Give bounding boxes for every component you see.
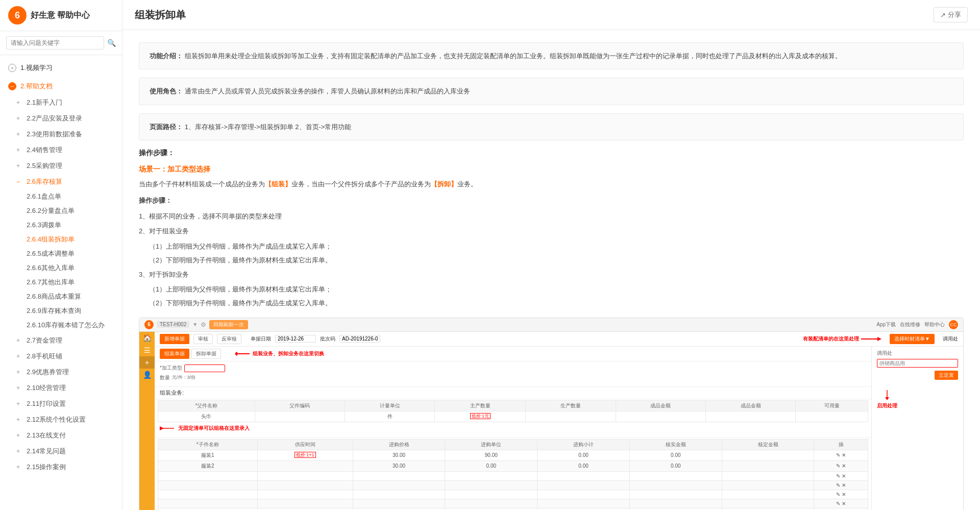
mock-audit-btn[interactable]: 审核: [193, 334, 213, 344]
function-intro-text: 组装拆卸单用来处理企业组装或拆卸等加工业务，支持有固定装配清单的产品加工业务，也…: [185, 52, 842, 60]
mock-refresh-button[interactable]: 同期刷新一次: [209, 320, 248, 329]
nav-item-label: 2.5采购管理: [27, 161, 62, 171]
mock-assemble-tab[interactable]: 组装单据: [160, 349, 189, 359]
sidebar-item-2-6-5[interactable]: 2.6.5成本调整单: [18, 247, 122, 261]
sidebar-header: 6 好生意 帮助中心: [0, 0, 122, 31]
mock-lrow-1-t5: 0.00: [629, 450, 722, 460]
mock-nav-home[interactable]: 🏠: [139, 332, 155, 344]
svg-marker-3: [235, 352, 237, 356]
sidebar-item-2-1[interactable]: + 2.1新手入门: [8, 95, 122, 110]
sidebar-item-2-6-7[interactable]: 2.6.7其他出库单: [18, 275, 122, 289]
mock-lth-0: *子件名称: [158, 439, 258, 450]
sidebar-item-2-6-3[interactable]: 2.6.3调拨单: [18, 218, 122, 232]
expand-icon-2.10: +: [16, 384, 23, 392]
sidebar-item-2-5[interactable]: + 2.5采购管理: [8, 158, 122, 174]
expand-icon-2.5: +: [16, 162, 23, 169]
page-title: 组装拆卸单: [135, 8, 186, 22]
sidebar-item-2-6[interactable]: − 2.6库存核算: [8, 174, 122, 189]
mock-left-content: 组装单据 拆卸单据 组装业务、拆卸业务在这里切换: [155, 347, 871, 510]
mock-upper-cell-name: 头巾: [158, 411, 255, 422]
mock-upper-table: *父件名称 父件编码 计量单位 主产数量 生产数量 成品金额 成品金额: [158, 400, 868, 422]
sidebar-item-2-14[interactable]: + 2.14常见问题: [8, 444, 122, 459]
sidebar-item-2-13[interactable]: + 2.13在线支付: [8, 428, 122, 443]
sidebar-item-2-11[interactable]: + 2.11打印设置: [8, 396, 122, 411]
mock-lth-7: 操: [814, 439, 868, 450]
svg-marker-7: [885, 397, 889, 400]
mock-lrow-2-t2: 30.00: [353, 460, 445, 471]
sidebar-item-2-6-1[interactable]: 2.6.1盘点单: [18, 189, 122, 204]
mock-type-input[interactable]: [184, 365, 225, 372]
sidebar-item-2-2[interactable]: + 2.2产品安装及登录: [8, 111, 122, 126]
mock-upper-cell-unit: 件: [345, 411, 435, 422]
sidebar-item-2-6-2[interactable]: 2.6.2分量盘点单: [18, 204, 122, 218]
mock-topbar-app: App下载: [876, 321, 896, 328]
expand-icon-2.12: +: [16, 416, 23, 423]
nav-sub-group-2.4: + 2.4销售管理: [8, 142, 122, 158]
sidebar-item-2-7[interactable]: + 2.7资金管理: [8, 333, 122, 348]
mock-batchno-input[interactable]: [339, 335, 380, 343]
sidebar-item-2-8[interactable]: + 2.8手机旺铺: [8, 349, 122, 364]
mock-logo: 6: [144, 320, 154, 329]
annotation-alert-text: 有装配清单的在这里处理: [803, 335, 859, 343]
nav-sub-group-2.11: + 2.11打印设置: [8, 396, 122, 411]
expand-icon-2.8: +: [16, 353, 23, 360]
sidebar-item-2-9[interactable]: + 2.9优惠券管理: [8, 365, 122, 380]
mock-lth-4: 进购小计: [537, 439, 630, 450]
expand-icon-2.6: −: [16, 178, 23, 185]
expand-icon-2.9: +: [16, 369, 23, 376]
sidebar-item-2-12[interactable]: + 2.12系统个性化设置: [8, 412, 122, 427]
sidebar-item-docs[interactable]: − 2.帮助文档: [0, 78, 122, 95]
sidebar-item-2-6-8[interactable]: 2.6.8商品成本重算: [18, 289, 122, 304]
mock-lth-3: 进购单位: [445, 439, 537, 450]
step-3-sub-2: （2）下部明细为子件明细，最终作为产成品生成某它入库单。: [149, 297, 964, 309]
sidebar-item-video[interactable]: + 1.视频学习: [0, 59, 122, 77]
expand-icon-2.1: +: [16, 99, 23, 106]
mock-right-input[interactable]: [877, 359, 958, 368]
mock-batchno-label: 批次码: [320, 335, 335, 343]
sidebar-item-2-10[interactable]: + 2.10经营管理: [8, 380, 122, 396]
mock-upper-section-label: 组装业务:: [160, 389, 184, 397]
step-2-subs: （1）上部明细为父件明细，最终作为产成品生成某它入库单； （2）下部明细为子件明…: [139, 240, 964, 266]
main-content: 功能介绍： 组装拆卸单用来处理企业组装或拆卸等加工业务，支持有固定装配清单的产品…: [122, 30, 980, 510]
mock-lower-row-7: ✎ ✕: [158, 508, 868, 510]
nav-group-2: − 2.帮助文档 + 2.1新手入门 + 2.2产品安装及登录: [0, 78, 122, 475]
ops-section: 操作步骤：: [139, 149, 964, 158]
nav-item-label: 2.9优惠券管理: [27, 368, 69, 377]
nav-sub-group-2.8: + 2.8手机旺铺: [8, 349, 122, 364]
mock-upper-section: 组装业务:: [155, 387, 871, 399]
role-label: 使用角色：: [150, 87, 183, 95]
main-area: 组装拆卸单 ↗ 分享 功能介绍： 组装拆卸单用来处理企业组装或拆卸等加工业务，支…: [122, 0, 980, 510]
sidebar-item-2-3[interactable]: + 2.3使用前数据准备: [8, 127, 122, 142]
scene1-title: 场景一：加工类型选择: [139, 165, 964, 174]
mock-nav-list[interactable]: ☰: [139, 344, 155, 356]
mock-toolbar: 新增单据 审核 反审核 单据日期 批次码 有装配清单的在这里处理: [155, 332, 963, 347]
sidebar-item-label: 1.视频学习: [20, 63, 53, 72]
sidebar-nav: + 1.视频学习 − 2.帮助文档 + 2.1新手入门: [0, 55, 122, 510]
mock-upper-cell-avail: [796, 411, 868, 422]
mock-right-confirm-btn[interactable]: 立定发: [935, 371, 958, 380]
mock-disassemble-tab[interactable]: 拆卸单据: [191, 349, 221, 359]
mock-lower-section: [155, 433, 871, 438]
mock-add-btn[interactable]: 新增单据: [160, 334, 189, 344]
sidebar-item-2-6-6[interactable]: 2.6.6其他入库单: [18, 261, 122, 275]
nav-sub-group-2.6: − 2.6库存核算 2.6.1盘点单 2.6.2分量盘点单 2.6.3调拨单 2…: [8, 174, 122, 332]
sidebar-item-2-15[interactable]: + 2.15操作案例: [8, 459, 122, 475]
mock-nav-user[interactable]: 👤: [139, 369, 155, 381]
share-button[interactable]: ↗ 分享: [934, 7, 968, 22]
sidebar-item-2-6-10[interactable]: 2.6.10库存账本错了怎么办: [18, 318, 122, 332]
mock-upper-row-1: 头巾 件 低价:1元: [158, 411, 868, 422]
search-input[interactable]: [6, 36, 104, 50]
search-button[interactable]: 🔍: [107, 39, 116, 47]
mock-find-btn[interactable]: 选择时材清单▼: [890, 334, 935, 344]
sidebar-item-2-6-9[interactable]: 2.6.9库存账本查询: [18, 304, 122, 318]
mock-nav-plus[interactable]: +: [139, 356, 155, 369]
mock-date-input[interactable]: [275, 335, 316, 343]
screenshot-container: 6 TEST-H002 ▼ ⚙ 同期刷新一次 App下载 在线维修 帮助中心 C…: [139, 318, 964, 510]
mock-count-label: 数量: [160, 374, 170, 381]
expand-icon-2.7: +: [16, 337, 23, 344]
sidebar-item-2-6-4[interactable]: 2.6.4组装拆卸单: [18, 232, 122, 247]
mock-reverse-btn[interactable]: 反审核: [217, 334, 241, 344]
sidebar-item-2-4[interactable]: + 2.4销售管理: [8, 142, 122, 158]
ops-title: 操作步骤：: [139, 149, 964, 158]
annotation-right-text: 启用处理: [877, 402, 897, 409]
